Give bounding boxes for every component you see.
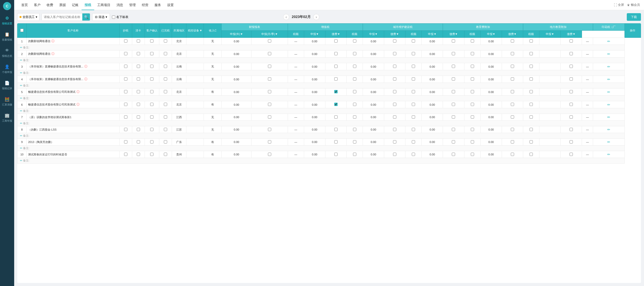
cell-yh-jiaofei[interactable]: — (582, 50, 593, 58)
cell-zzs-jiaofei[interactable] (346, 38, 363, 45)
jy-jiaofei-cb[interactable] (471, 52, 474, 55)
zzs-shenbao-cb[interactable] (334, 140, 338, 144)
df-jiaofei-cb[interactable] (530, 39, 533, 43)
confirm-checkbox[interactable] (150, 77, 153, 81)
cell-chaoshui[interactable] (119, 50, 132, 58)
jy-jiaofei-cb[interactable] (471, 153, 474, 156)
cell-jy-jiaofei[interactable] (464, 76, 480, 83)
qingka-checkbox[interactable] (137, 103, 140, 106)
cell-paid[interactable] (159, 126, 172, 133)
nav-service[interactable]: 服务 (151, 0, 164, 10)
cell-yh-jiaofei[interactable]: — (582, 151, 593, 158)
zzs-jiaofei-cb[interactable] (353, 65, 356, 68)
cell-chaoshui[interactable] (119, 139, 132, 146)
note-edit-icon[interactable]: ✏ (20, 84, 22, 87)
nav-customer[interactable]: 客户 (31, 0, 44, 10)
nav-message[interactable]: 消息 (113, 0, 126, 10)
cell-cs-shenbao[interactable] (384, 114, 405, 121)
zzs-shenbao-cb[interactable] (334, 128, 338, 131)
jy-jiaofei-cb[interactable] (471, 77, 474, 81)
cell-cs-jiaofei[interactable] (405, 101, 422, 108)
cell-chaoshui[interactable] (119, 38, 132, 45)
cell-yh-shenbao[interactable] (561, 88, 582, 96)
cell-cs-jiaofei[interactable] (405, 76, 422, 83)
confirm-checkbox[interactable] (150, 128, 153, 131)
jy-jiaofei-cb[interactable] (471, 65, 474, 68)
th-caibao-month[interactable]: 申报(月/季)▼ (251, 31, 288, 38)
zzs-shenbao-cb[interactable] (334, 153, 338, 156)
cell-cs-jiaofei[interactable] (405, 63, 422, 70)
edit-icon[interactable]: ✏ (607, 77, 610, 81)
cs-shenbao-cb[interactable] (393, 153, 396, 156)
cell-jy-shenbao[interactable] (443, 126, 464, 133)
cell-jy-jiaofei[interactable] (464, 88, 480, 96)
jy-shenbao-cb[interactable] (452, 90, 455, 93)
qingka-checkbox[interactable] (137, 52, 140, 55)
qingka-checkbox[interactable] (137, 90, 140, 93)
cell-zzs-jiaofei[interactable] (346, 151, 363, 158)
cell-df-jiaofei[interactable] (523, 50, 539, 58)
cs-shenbao-cb[interactable] (393, 65, 396, 68)
cell-yh-shenbao[interactable] (561, 151, 582, 158)
edit-icon[interactable]: ✏ (607, 115, 610, 119)
edit-icon[interactable]: ✏ (607, 152, 610, 156)
cell-df-jiaofei[interactable] (523, 88, 539, 96)
cell-paid[interactable] (159, 76, 172, 83)
edit-icon[interactable]: ✏ (607, 65, 610, 69)
cell-action[interactable]: ✏ (593, 126, 625, 133)
cs-shenbao-cb[interactable] (393, 77, 396, 81)
zzs-shenbao-cb[interactable] (334, 103, 338, 106)
confirm-checkbox[interactable] (150, 90, 153, 93)
sidebar-item-baoshui-jilu[interactable]: 📄 报税记录 (0, 77, 14, 93)
cs-jiaofei-cb[interactable] (412, 90, 415, 93)
jy-jiaofei-cb[interactable] (471, 128, 474, 131)
cell-zzs-jiaofei[interactable] (346, 101, 363, 108)
nav-tax[interactable]: 报税 (82, 0, 94, 10)
note-edit-icon[interactable]: ✏ (20, 159, 22, 162)
cell-cs-jiaofei[interactable] (405, 50, 422, 58)
cell-df-jiaofei[interactable] (523, 139, 539, 146)
employee-filter[interactable]: 全部员工 ▾ (17, 13, 40, 21)
cell-jy-shenbao[interactable] (443, 50, 464, 58)
cell-df-shenbao[interactable] (502, 50, 523, 58)
df-shenbao-cb[interactable] (511, 90, 514, 93)
th-df-shenbao[interactable]: 申报▼ (480, 31, 502, 38)
df-shenbao-cb[interactable] (511, 115, 514, 119)
zzs-jiaofei-cb[interactable] (353, 103, 356, 106)
cell-qingka[interactable] (132, 101, 145, 108)
th-caibao-year[interactable]: 申报(年)▼ (222, 31, 251, 38)
th-jy-jiaofei[interactable]: 缴费▼ (443, 31, 464, 38)
cell-confirm[interactable] (145, 139, 159, 146)
cell-zzs-shenbao[interactable] (325, 88, 346, 96)
chaoshui-checkbox[interactable] (124, 128, 127, 131)
cell-zzs-jiaofei[interactable] (346, 63, 363, 70)
df-shenbao-cb[interactable] (511, 103, 514, 106)
cell-df-shenbao[interactable] (502, 63, 523, 70)
cell-paid[interactable] (159, 38, 172, 45)
th-yh-shenbao[interactable]: 申报▼ (539, 31, 561, 38)
cell-confirm[interactable] (145, 151, 159, 158)
cell-paid[interactable] (159, 101, 172, 108)
chaoshui-checkbox[interactable] (124, 65, 127, 68)
cs-jiaofei-cb[interactable] (412, 140, 415, 144)
cell-jy-jiaofei[interactable] (464, 50, 480, 58)
cell-df-jiaofei[interactable] (523, 151, 539, 158)
cell-zzs-jiaofei[interactable] (346, 139, 363, 146)
cell-zzs-shenbao[interactable] (325, 50, 346, 58)
zzs-shenbao-cb[interactable] (334, 90, 338, 93)
cell-caibao-year[interactable] (251, 139, 288, 146)
nav-home[interactable]: 首页 (18, 0, 31, 10)
cell-chaoshui[interactable] (119, 76, 132, 83)
cell-confirm[interactable] (145, 76, 159, 83)
cell-cs-shenbao[interactable] (384, 38, 405, 45)
cell-jy-shenbao[interactable] (443, 114, 464, 121)
cell-zzs-shenbao[interactable] (325, 76, 346, 83)
chaoshui-checkbox[interactable] (124, 77, 127, 81)
cell-yh-shenbao[interactable] (561, 38, 582, 45)
jy-jiaofei-cb[interactable] (471, 90, 474, 93)
zzs-shenbao-cb[interactable] (334, 65, 338, 68)
yh-shenbao-cb[interactable] (570, 90, 573, 93)
zzs-jiaofei-cb[interactable] (353, 153, 356, 156)
jy-shenbao-cb[interactable] (452, 128, 455, 131)
filter-button[interactable]: ⊟ 筛选 ▾ (92, 13, 110, 21)
